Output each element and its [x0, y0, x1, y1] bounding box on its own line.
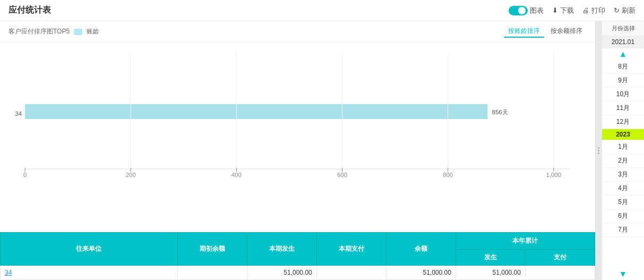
table-row: 34 51,000.00 51,000.00 51,000.00 [1, 266, 595, 280]
col-header-unit: 往来单位 [1, 233, 178, 266]
sidebar-month-5[interactable]: 5月 [602, 196, 644, 209]
col-header-current-pay: 本期支付 [316, 233, 386, 266]
sidebar-nav-down[interactable]: ▼ [602, 268, 644, 280]
svg-text:200: 200 [126, 172, 136, 178]
legend-text: 客户应付排序图TOP5 [8, 27, 70, 36]
right-sidebar: 月份选择 2021.01 ▲ 8月 9月 10月 11月 12月 2023 1月… [602, 21, 644, 280]
svg-text:0: 0 [23, 172, 27, 178]
page-title: 应付统计表 [8, 5, 51, 16]
chart-area: 客户应付排序图TOP5 账龄 按账龄排序 按余额排序 34 [0, 21, 595, 280]
sidebar-month-12[interactable]: 12月 [602, 115, 644, 129]
col-header-opening: 期初余额 [177, 233, 247, 266]
download-label: 下载 [560, 6, 574, 15]
sidebar-divider[interactable] [595, 21, 602, 280]
cell-year-pay [525, 266, 595, 280]
chart-toggle-label: 图表 [530, 6, 544, 15]
svg-text:400: 400 [231, 172, 242, 178]
divider-dots [598, 147, 599, 154]
sidebar-month-6[interactable]: 6月 [602, 209, 644, 223]
sidebar-nav-up[interactable]: ▲ [602, 48, 644, 60]
data-table: 往来单位 期初余额 本期发生 本期支付 余额 本年累计 发生 支付 [0, 232, 595, 280]
cell-opening [177, 266, 247, 280]
toggle-switch[interactable] [509, 6, 528, 15]
header-actions: 图表 ⬇ 下载 🖨 打印 ↻ 刷新 [509, 6, 636, 15]
cell-current-pay [316, 266, 386, 280]
sidebar-month-10[interactable]: 10月 [602, 88, 644, 101]
legend-box [74, 29, 82, 35]
download-icon: ⬇ [552, 6, 558, 14]
cell-balance: 51,000.00 [386, 266, 456, 280]
svg-text:1,000: 1,000 [546, 172, 562, 178]
print-label: 打印 [591, 6, 605, 15]
col-header-year-total: 本年累计 [456, 233, 595, 250]
svg-text:600: 600 [337, 172, 347, 178]
main-content: 客户应付排序图TOP5 账龄 按账龄排序 按余额排序 34 [0, 21, 644, 280]
sidebar-months: 8月 9月 10月 11月 12月 2023 1月 2月 3月 4月 5月 6月… [602, 60, 644, 268]
chart-body: 34 856天 0 200 [0, 43, 595, 232]
sidebar-title: 月份选择 [602, 21, 644, 36]
refresh-icon: ↻ [614, 6, 620, 14]
chevron-up-icon: ▲ [619, 49, 628, 59]
chart-sort-buttons: 按账龄排序 按余额排序 [504, 26, 587, 38]
sort-by-balance-button[interactable]: 按余额排序 [546, 26, 587, 38]
chevron-down-icon: ▼ [619, 269, 628, 279]
download-button[interactable]: ⬇ 下载 [552, 6, 574, 15]
sidebar-month-4[interactable]: 4月 [602, 182, 644, 196]
sidebar-month-8[interactable]: 8月 [602, 60, 644, 74]
print-icon: 🖨 [582, 6, 589, 14]
sidebar-month-11[interactable]: 11月 [602, 101, 644, 115]
col-header-balance: 余额 [386, 233, 456, 266]
page-header: 应付统计表 图表 ⬇ 下载 🖨 打印 ↻ 刷新 [0, 0, 644, 21]
sidebar-month-1[interactable]: 1月 [602, 140, 644, 154]
sidebar-month-7[interactable]: 7月 [602, 223, 644, 237]
svg-rect-1 [25, 104, 487, 119]
print-button[interactable]: 🖨 打印 [582, 6, 605, 15]
col-header-year-occur: 发生 [456, 250, 525, 266]
svg-text:34: 34 [15, 111, 22, 117]
cell-current-occur: 51,000.00 [247, 266, 316, 280]
col-header-year-pay: 支付 [525, 250, 595, 266]
unit-link[interactable]: 34 [5, 269, 12, 276]
cell-unit: 34 [1, 266, 178, 280]
chart-legend: 客户应付排序图TOP5 账龄 [8, 27, 99, 36]
svg-text:856天: 856天 [492, 109, 508, 115]
refresh-label: 刷新 [622, 6, 636, 15]
refresh-button[interactable]: ↻ 刷新 [614, 6, 636, 15]
sidebar-month-3[interactable]: 3月 [602, 168, 644, 182]
sort-by-age-button[interactable]: 按账龄排序 [504, 26, 544, 38]
sidebar-current-display: 2021.01 [602, 36, 644, 48]
sidebar-year-2023[interactable]: 2023 [602, 129, 644, 140]
chart-header: 客户应付排序图TOP5 账龄 按账龄排序 按余额排序 [0, 21, 595, 43]
legend-box-label: 账龄 [87, 27, 99, 36]
sidebar-month-2[interactable]: 2月 [602, 154, 644, 168]
col-header-current-occur: 本期发生 [247, 233, 316, 266]
bar-chart: 34 856天 0 200 [8, 47, 587, 185]
sidebar-month-9[interactable]: 9月 [602, 74, 644, 88]
svg-text:800: 800 [443, 172, 453, 178]
table-section: 往来单位 期初余额 本期发生 本期支付 余额 本年累计 发生 支付 [0, 232, 595, 280]
chart-toggle[interactable]: 图表 [509, 6, 544, 15]
cell-year-occur: 51,000.00 [456, 266, 525, 280]
